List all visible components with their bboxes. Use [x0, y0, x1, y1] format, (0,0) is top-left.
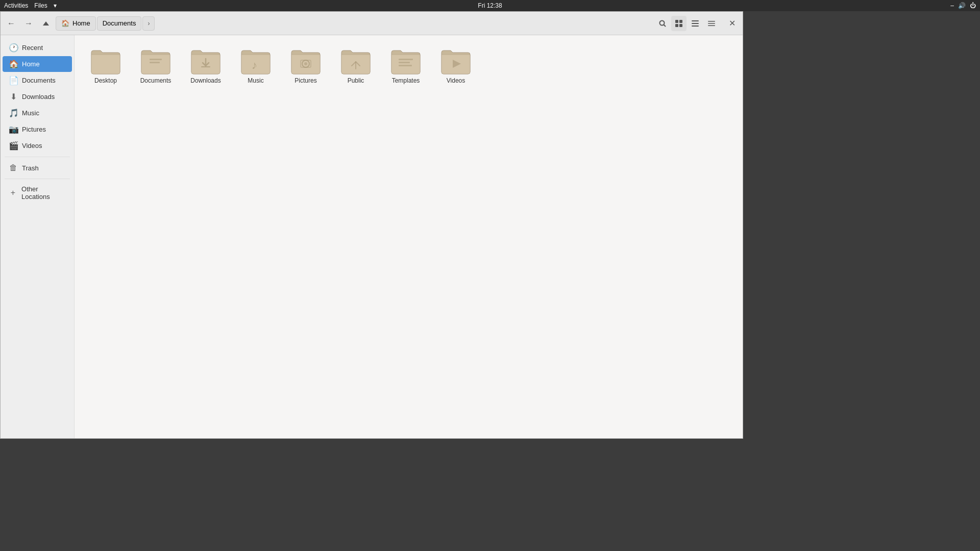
- breadcrumb-bar: 🏠 Home Documents ›: [56, 16, 653, 31]
- forward-button[interactable]: →: [21, 16, 36, 31]
- toolbar-right: ✕: [655, 16, 740, 31]
- sidebar-item-home[interactable]: 🏠 Home: [3, 56, 72, 72]
- clock: Fri 12:38: [478, 2, 502, 9]
- system-bar: Activities Files ▾ Fri 12:38 – 🔊 ⏻: [0, 0, 980, 11]
- videos-folder-icon: [439, 47, 472, 75]
- folder-documents[interactable]: Documents: [133, 43, 179, 88]
- main-content: 🕐 Recent 🏠 Home 📄 Documents ⬇ Downloads …: [1, 35, 743, 438]
- search-button[interactable]: [655, 16, 670, 31]
- documents-folder-icon: [139, 47, 172, 75]
- sidebar-item-videos[interactable]: 🎬 Videos: [3, 138, 72, 154]
- public-folder-icon: [339, 47, 372, 75]
- activities-label[interactable]: Activities: [4, 2, 28, 9]
- sidebar-item-trash[interactable]: 🗑 Trash: [3, 160, 72, 176]
- pictures-folder-label: Pictures: [295, 77, 316, 84]
- folder-desktop[interactable]: Desktop: [83, 43, 129, 88]
- sidebar-item-videos-label: Videos: [22, 142, 42, 149]
- svg-rect-6: [692, 20, 699, 21]
- sidebar-item-recent[interactable]: 🕐 Recent: [3, 40, 72, 56]
- downloads-folder-icon: [189, 47, 222, 75]
- app-name-label[interactable]: Files: [34, 2, 47, 9]
- sidebar-item-downloads-label: Downloads: [22, 93, 55, 101]
- sound-icon[interactable]: 🔊: [958, 2, 966, 9]
- folder-downloads[interactable]: Downloads: [183, 43, 229, 88]
- system-bar-right: – 🔊 ⏻: [950, 2, 976, 9]
- sidebar: 🕐 Recent 🏠 Home 📄 Documents ⬇ Downloads …: [1, 35, 75, 438]
- svg-rect-12: [150, 59, 162, 60]
- svg-line-1: [664, 24, 666, 27]
- folder-pictures[interactable]: Pictures: [283, 43, 329, 88]
- svg-rect-3: [679, 20, 682, 23]
- sidebar-item-music[interactable]: 🎵 Music: [3, 105, 72, 121]
- up-button[interactable]: [38, 16, 54, 31]
- sidebar-item-other-locations-label: Other Locations: [21, 185, 66, 201]
- file-area: Desktop Documents: [75, 35, 743, 438]
- svg-rect-10: [708, 23, 715, 24]
- downloads-icon: ⬇: [9, 92, 18, 102]
- sidebar-item-downloads[interactable]: ⬇ Downloads: [3, 89, 72, 105]
- svg-rect-21: [399, 65, 412, 66]
- toolbar: ← → 🏠 Home Documents ›: [1, 12, 743, 35]
- svg-text:♪: ♪: [252, 59, 257, 71]
- svg-rect-5: [679, 24, 682, 27]
- close-button[interactable]: ✕: [724, 16, 740, 31]
- downloads-folder-label: Downloads: [190, 77, 220, 84]
- breadcrumb-forward-arrow[interactable]: ›: [142, 16, 155, 31]
- home-breadcrumb-label: Home: [72, 19, 90, 27]
- pictures-icon: 📷: [9, 124, 18, 134]
- svg-point-17: [304, 62, 307, 65]
- sidebar-item-trash-label: Trash: [22, 164, 39, 172]
- music-folder-label: Music: [248, 77, 263, 84]
- trash-icon: 🗑: [9, 163, 18, 172]
- svg-rect-7: [692, 23, 699, 24]
- file-grid: Desktop Documents: [83, 43, 734, 88]
- sidebar-separator-2: [5, 179, 70, 179]
- svg-point-0: [660, 20, 665, 25]
- home-icon: 🏠: [9, 59, 18, 69]
- music-folder-icon: ♪: [239, 47, 272, 75]
- system-bar-left: Activities Files ▾: [4, 2, 57, 9]
- folder-music[interactable]: ♪ Music: [233, 43, 279, 88]
- templates-folder-label: Templates: [392, 77, 420, 84]
- menu-button[interactable]: [704, 16, 719, 31]
- svg-rect-20: [399, 62, 410, 63]
- music-icon: 🎵: [9, 108, 18, 118]
- svg-rect-13: [150, 62, 160, 63]
- sidebar-item-pictures[interactable]: 📷 Pictures: [3, 121, 72, 137]
- breadcrumb-documents[interactable]: Documents: [97, 16, 142, 31]
- folder-templates[interactable]: Templates: [383, 43, 429, 88]
- app-menu-arrow-icon[interactable]: ▾: [54, 2, 57, 9]
- svg-rect-9: [708, 21, 715, 22]
- svg-rect-19: [399, 59, 413, 60]
- desktop-folder-label: Desktop: [94, 77, 117, 84]
- back-button[interactable]: ←: [4, 16, 19, 31]
- desktop-folder-icon: [89, 47, 122, 75]
- home-breadcrumb-icon: 🏠: [61, 19, 69, 27]
- templates-folder-icon: [389, 47, 422, 75]
- documents-folder-label: Documents: [140, 77, 172, 84]
- minimize-icon[interactable]: –: [950, 2, 954, 9]
- list-view-button[interactable]: [688, 16, 703, 31]
- folder-videos[interactable]: Videos: [433, 43, 479, 88]
- sidebar-item-other-locations[interactable]: + Other Locations: [3, 182, 72, 204]
- breadcrumb-home[interactable]: 🏠 Home: [56, 16, 96, 31]
- sidebar-item-documents[interactable]: 📄 Documents: [3, 72, 72, 88]
- sidebar-item-music-label: Music: [22, 109, 39, 117]
- power-icon[interactable]: ⏻: [970, 2, 976, 9]
- documents-breadcrumb-label: Documents: [103, 19, 136, 27]
- file-manager-window: ← → 🏠 Home Documents ›: [0, 11, 743, 439]
- other-locations-icon: +: [9, 188, 17, 197]
- sidebar-item-pictures-label: Pictures: [22, 126, 46, 133]
- svg-rect-8: [692, 26, 699, 27]
- folder-public[interactable]: Public: [333, 43, 379, 88]
- videos-folder-label: Videos: [447, 77, 465, 84]
- sidebar-item-home-label: Home: [22, 60, 40, 68]
- svg-rect-11: [708, 25, 715, 26]
- documents-icon: 📄: [9, 76, 18, 85]
- public-folder-label: Public: [348, 77, 364, 84]
- sidebar-item-documents-label: Documents: [22, 77, 56, 84]
- grid-view-button[interactable]: [671, 16, 687, 31]
- recent-icon: 🕐: [9, 43, 18, 53]
- svg-rect-4: [675, 24, 678, 27]
- svg-rect-2: [675, 20, 678, 23]
